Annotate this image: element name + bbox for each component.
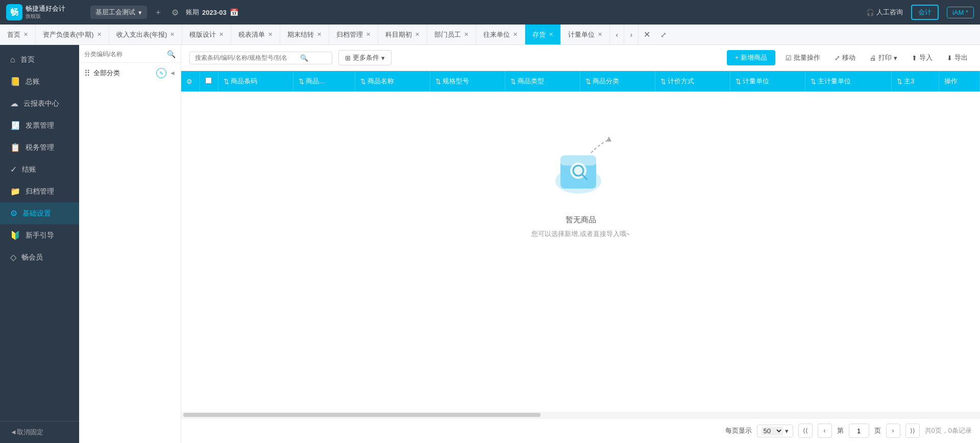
product-search-icon[interactable]: 🔍 [300, 54, 308, 62]
iam-badge[interactable]: iAM * [947, 7, 974, 18]
tab-template[interactable]: 模版设计 ✕ [182, 25, 231, 44]
tab-close-subject-init[interactable]: ✕ [415, 31, 420, 38]
first-page-button[interactable]: ⟨⟨ [798, 424, 813, 438]
col-spec[interactable]: ⇅ 规格型号 [430, 71, 505, 91]
tab-inventory[interactable]: 存货 ✕ [525, 25, 561, 44]
sidebar-item-home[interactable]: ⌂ 首页 [0, 49, 79, 71]
page-label: 页 [874, 426, 881, 435]
col-actions: 操作 [939, 71, 980, 91]
filter-button[interactable]: ⊞ 更多条件 ▾ [338, 50, 391, 65]
scroll-thumb[interactable] [183, 413, 541, 417]
batch-icon: ☑ [786, 54, 792, 62]
tab-income[interactable]: 收入支出表(年报) ✕ [109, 25, 183, 44]
per-page-select[interactable]: 50 10 20 100 [762, 427, 783, 435]
col-settings[interactable]: ⚙ [181, 71, 200, 91]
tab-close-partner[interactable]: ✕ [513, 31, 518, 38]
tab-close-unit[interactable]: ✕ [598, 31, 602, 38]
last-page-button[interactable]: ⟩⟩ [905, 424, 920, 438]
tab-home[interactable]: 首页 ✕ [0, 25, 36, 44]
sidebar-item-ledger[interactable]: 📒 总账 [0, 71, 79, 92]
category-search-input[interactable] [84, 51, 167, 58]
edit-category-button[interactable]: ✎ [156, 68, 166, 78]
sidebar-item-archive[interactable]: 📁 归档管理 [0, 180, 79, 202]
total-records-label: 共0页，0条记录 [925, 426, 972, 435]
category-search-icon[interactable]: 🔍 [167, 50, 176, 58]
col-main-unit[interactable]: ⇅ 主计量单位 [805, 71, 892, 91]
import-button[interactable]: ⬆ 导入 [908, 51, 937, 65]
per-page-select-container[interactable]: 50 10 20 100 ▾ [757, 425, 793, 437]
next-page-button[interactable]: › [886, 424, 900, 438]
col-unit[interactable]: ⇅ 计量单位 [730, 71, 805, 91]
tab-partner[interactable]: 往来单位 ✕ [476, 25, 525, 44]
tab-close-home[interactable]: ✕ [23, 31, 28, 38]
empty-title: 暂无商品 您可以选择新增,或者直接导入哦~ [531, 212, 630, 241]
col-name[interactable]: ⇅ 商品名称 [355, 71, 430, 91]
sidebar-item-member[interactable]: ◇ 畅会员 [0, 246, 79, 268]
tab-close-template[interactable]: ✕ [219, 31, 224, 38]
support-button[interactable]: 🎧 人工咨询 [866, 8, 903, 17]
filter-icon: ⊞ [345, 54, 351, 62]
select-chevron-icon: ▾ [785, 427, 789, 435]
all-categories-row[interactable]: ⠿ 全部分类 ✎ ◄ [79, 63, 181, 80]
logo-text: 畅捷通好会计 旗舰版 [26, 5, 65, 20]
tab-tax[interactable]: 税表清单 ✕ [231, 25, 280, 44]
tab-period-end[interactable]: 期末结转 ✕ [280, 25, 329, 44]
product-search-box[interactable]: 🔍 [189, 52, 332, 64]
account-button[interactable]: 会计 [911, 5, 939, 20]
settle-icon: ✓ [10, 165, 17, 174]
sidebar-item-invoice[interactable]: 🧾 发票管理 [0, 114, 79, 136]
tab-archive[interactable]: 归档管理 ✕ [329, 25, 378, 44]
batch-operate-button[interactable]: ☑ 批量操作 [781, 51, 824, 65]
product-table-container: ⚙ ⇅ 商品条码 [181, 71, 980, 412]
empty-svg [545, 132, 617, 199]
unpin-button[interactable]: ◄取消固定 [0, 421, 79, 443]
workspace-selector[interactable]: 基层工会测试 ▾ [90, 6, 147, 19]
tab-close-income[interactable]: ✕ [170, 31, 175, 38]
tab-subject-init[interactable]: 科目期初 ✕ [378, 25, 427, 44]
tab-close-inventory[interactable]: ✕ [549, 31, 553, 38]
tab-expand-button[interactable]: ⤢ [655, 31, 672, 39]
col-type[interactable]: ⇅ 商品类型 [505, 71, 580, 91]
settings-icon[interactable]: ⚙ [169, 6, 181, 19]
add-workspace-button[interactable]: ＋ [152, 5, 164, 20]
col-extra[interactable]: ⇅ 主3 [892, 71, 939, 91]
move-icon: ⤢ [835, 54, 840, 62]
sidebar-item-settle[interactable]: ✓ 结账 [0, 158, 79, 180]
tab-staff[interactable]: 部门员工 ✕ [427, 25, 476, 44]
sidebar-item-guide[interactable]: 🔰 新手引导 [0, 224, 79, 246]
tab-close-staff[interactable]: ✕ [464, 31, 469, 38]
member-icon: ◇ [10, 252, 16, 262]
col-price-method[interactable]: ⇅ 计价方式 [655, 71, 730, 91]
tab-close-assets[interactable]: ✕ [97, 31, 102, 38]
page-number-input[interactable] [849, 424, 869, 438]
sidebar-item-tax[interactable]: 📋 税务管理 [0, 136, 79, 158]
tab-prev-button[interactable]: ‹ [610, 25, 624, 44]
calendar-icon[interactable]: 📅 [230, 8, 238, 16]
tab-next-button[interactable]: › [624, 25, 639, 44]
tab-unit[interactable]: 计量单位 ✕ [561, 25, 610, 44]
product-search-input[interactable] [195, 54, 297, 61]
add-product-button[interactable]: + 新增商品 [727, 50, 775, 65]
per-page-label: 每页显示 [725, 426, 752, 435]
sidebar-item-reports[interactable]: ☁ 云报表中心 [0, 92, 79, 114]
export-button[interactable]: ⬇ 导出 [943, 51, 972, 65]
col-code[interactable]: ⇅ 商品... [293, 71, 355, 91]
horizontal-scrollbar[interactable] [181, 412, 980, 418]
tab-close-tax[interactable]: ✕ [268, 31, 273, 38]
col-category[interactable]: ⇅ 商品分类 [580, 71, 655, 91]
tab-assets[interactable]: 资产负债表(中期) ✕ [36, 25, 109, 44]
tab-close-archive[interactable]: ✕ [366, 31, 371, 38]
print-button[interactable]: 🖨 打印 ▾ [866, 51, 901, 65]
top-bar-actions: 🎧 人工咨询 会计 iAM * [866, 5, 974, 20]
move-button[interactable]: ⤢ 移动 [830, 51, 860, 65]
import-icon: ⬆ [912, 54, 917, 62]
select-all-checkbox[interactable] [205, 77, 212, 84]
sidebar-item-basic[interactable]: ⚙ 基础设置 [0, 202, 79, 224]
period-info: 账期 2023-03 📅 [186, 8, 238, 17]
tab-close-all-button[interactable]: ✕ [639, 30, 655, 39]
prev-page-button[interactable]: ‹ [818, 424, 832, 438]
tab-close-period-end[interactable]: ✕ [317, 31, 322, 38]
collapse-panel-button[interactable]: ◄ [169, 69, 176, 77]
col-barcode[interactable]: ⇅ 商品条码 [218, 71, 293, 91]
col-checkbox[interactable] [200, 71, 218, 91]
